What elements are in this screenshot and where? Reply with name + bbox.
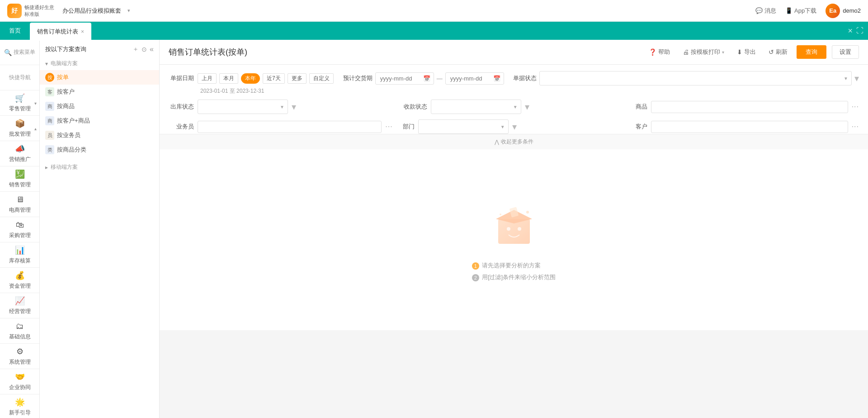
date-separator: — (437, 75, 443, 82)
ship-label: 出库状态 (169, 103, 194, 111)
payment-status-select[interactable] (431, 100, 521, 114)
query-button[interactable]: 查询 (797, 45, 826, 59)
user-avatar: Ea (826, 4, 840, 18)
dept-expand-icon: ▾ (512, 121, 517, 132)
tree-item-by-customer[interactable]: 客 按客户 (40, 85, 159, 99)
customer-label: 客户 (635, 123, 647, 131)
date-last-month[interactable]: 上月 (198, 73, 217, 84)
user-area[interactable]: Ea demo2 (826, 4, 861, 18)
export-btn[interactable]: ⬇ 导出 (733, 46, 760, 58)
app-title-arrow[interactable]: ▾ (127, 8, 130, 14)
tree-section-pc[interactable]: ▾ 电脑端方案 (40, 57, 159, 70)
tree-item-by-cust-prod[interactable]: 商 按客户+商品 (40, 114, 159, 128)
ship-status-select[interactable] (198, 100, 288, 114)
status-select[interactable]: 全部 (539, 71, 852, 86)
help-icon: ❓ (649, 48, 656, 56)
user-name[interactable]: demo2 (843, 7, 861, 14)
date-custom[interactable]: 自定义 (309, 73, 334, 84)
collapse-panel-btn[interactable]: « (150, 45, 154, 53)
ecommerce-icon: 🖥 (16, 195, 24, 204)
refresh-icon: ↺ (769, 48, 774, 56)
sidebar-item-retail[interactable]: 🛒 零售管理 ▾ (0, 90, 39, 116)
top-bar-left: 好 畅捷通好生意 标准版 办公用品行业模拟账套 ▾ (7, 4, 130, 18)
date-this-month[interactable]: 本月 (219, 73, 238, 84)
tree-item-by-category[interactable]: 类 按商品分类 (40, 142, 159, 157)
date-last-7days[interactable]: 近7天 (263, 73, 285, 84)
sidebar-item-inventory[interactable]: 📊 库存核算 (0, 242, 39, 268)
sidebar-item-system[interactable]: ⚙ 系统管理 (0, 344, 39, 369)
sidebar-item-finance[interactable]: 💰 资金管理 (0, 268, 39, 293)
sidebar-item-purchase[interactable]: 🛍 采购管理 (0, 217, 39, 242)
sidebar-item-quicknav[interactable]: 快捷导航 (0, 65, 39, 90)
tab-close-btn[interactable]: × (848, 26, 853, 36)
left-panel: 按以下方案查询 ＋ ⊙ « ▾ 电脑端方案 按 按单 客 按客户 商 按商品 商… (40, 40, 160, 418)
sidebar-item-basic[interactable]: 🗂 基础信息 (0, 318, 39, 344)
tree-item-by-order[interactable]: 按 按单 (40, 70, 159, 85)
retail-icon: 🛒 (15, 93, 25, 103)
sidebar-item-sales[interactable]: 💹 销售管理 (0, 166, 39, 192)
goods-input[interactable] (651, 101, 848, 113)
sidebar-item-marketing[interactable]: 📣 营销推广 (0, 141, 39, 166)
status-select-container: 全部 (539, 71, 852, 86)
delivery-end-input[interactable] (445, 72, 504, 85)
print-icon: 🖨 (683, 48, 689, 56)
help-btn[interactable]: ❓ 帮助 (645, 46, 674, 58)
sidebar-item-ecommerce[interactable]: 🖥 电商管理 (0, 192, 39, 217)
dept-select-container (418, 119, 509, 134)
delivery-start-input[interactable] (375, 72, 434, 85)
expand-icon-2: ▴ (34, 126, 37, 131)
sidebar-item-operation[interactable]: 📈 经营管理 (0, 293, 39, 318)
sidebar-item-newbie[interactable]: 🌟 新手引导 (0, 394, 39, 418)
dept-select[interactable] (418, 119, 509, 134)
by-salesperson-icon: 员 (45, 131, 54, 140)
empty-tip-1: 请先选择要分析的方案 (472, 260, 556, 271)
salesperson-input[interactable] (198, 121, 382, 133)
filter-date-cell: 单据日期 上月 本月 本年 近7天 更多 自定义 (169, 73, 334, 84)
status-expand-icon: ▾ (854, 73, 859, 84)
by-product-icon: 商 (45, 102, 54, 111)
date-more[interactable]: 更多 (288, 73, 307, 84)
print-btn[interactable]: 🖨 按模板打印 ▾ (679, 46, 728, 58)
newbie-icon: 🌟 (15, 397, 25, 407)
tree-item-by-product[interactable]: 商 按商品 (40, 99, 159, 114)
tab-label: 销售订单统计表 (37, 28, 78, 36)
tab-close-icon[interactable]: × (81, 28, 84, 35)
search-icon: 🔍 (4, 49, 12, 56)
tree-section-mobile[interactable]: ▸ 移动端方案 (40, 161, 159, 174)
scheme-settings-btn[interactable]: ⊙ (142, 46, 147, 53)
empty-state: 请先选择要分析的方案 用[过滤]条件来缩小分析范围 (160, 149, 868, 330)
date-range-display: 2023-01-01 至 2023-12-31 (198, 87, 859, 95)
tab-sales-statistics[interactable]: 销售订单统计表 × (30, 23, 91, 41)
tree-section-arrow: ▾ (45, 61, 48, 67)
date-this-year[interactable]: 本年 (241, 73, 260, 84)
download-icon: 📱 (785, 7, 793, 14)
payment-expand-icon: ▾ (525, 101, 529, 112)
tree-item-by-salesperson[interactable]: 员 按业务员 (40, 128, 159, 142)
tab-maximize-btn[interactable]: ⛶ (856, 27, 863, 35)
collapse-row[interactable]: ⋀ 收起更多条件 (160, 134, 868, 149)
top-bar-right: 💬 消息 📱 App下载 Ea demo2 (755, 4, 861, 18)
sidebar-item-wholesale[interactable]: 📦 批发管理 ▴ (0, 116, 39, 141)
dept-label: 部门 (402, 123, 415, 131)
refresh-btn[interactable]: ↺ 刷新 (765, 46, 791, 58)
setting-button[interactable]: 设置 (832, 45, 859, 59)
add-scheme-btn[interactable]: ＋ (132, 45, 139, 53)
sidebar-item-search[interactable]: 🔍 搜索菜单 (0, 40, 39, 65)
goods-ellipsis[interactable]: ··· (852, 103, 859, 111)
tab-home[interactable]: 首页 (0, 22, 30, 40)
sidebar-item-enterprise[interactable]: 🤝 企业协同 (0, 369, 39, 394)
customer-ellipsis[interactable]: ··· (852, 123, 859, 131)
sales-icon: 💹 (15, 169, 25, 179)
empty-tips: 请先选择要分析的方案 用[过滤]条件来缩小分析范围 (472, 260, 556, 283)
salesperson-ellipsis[interactable]: ··· (385, 123, 392, 131)
tab-bar: 首页 销售订单统计表 × × ⛶ (0, 22, 868, 40)
wholesale-icon: 📦 (15, 119, 25, 128)
by-category-icon: 类 (45, 145, 54, 154)
delivery-end-wrap: 📅 (445, 72, 504, 85)
date-range-text: 2023-01-01 至 2023-12-31 (200, 88, 264, 94)
app-download-action[interactable]: 📱 App下载 (785, 7, 816, 15)
message-action[interactable]: 💬 消息 (755, 7, 776, 15)
customer-input[interactable] (651, 121, 848, 133)
filter-row-1: 单据日期 上月 本月 本年 近7天 更多 自定义 预计交货期 � (169, 71, 859, 86)
export-icon: ⬇ (737, 48, 742, 56)
